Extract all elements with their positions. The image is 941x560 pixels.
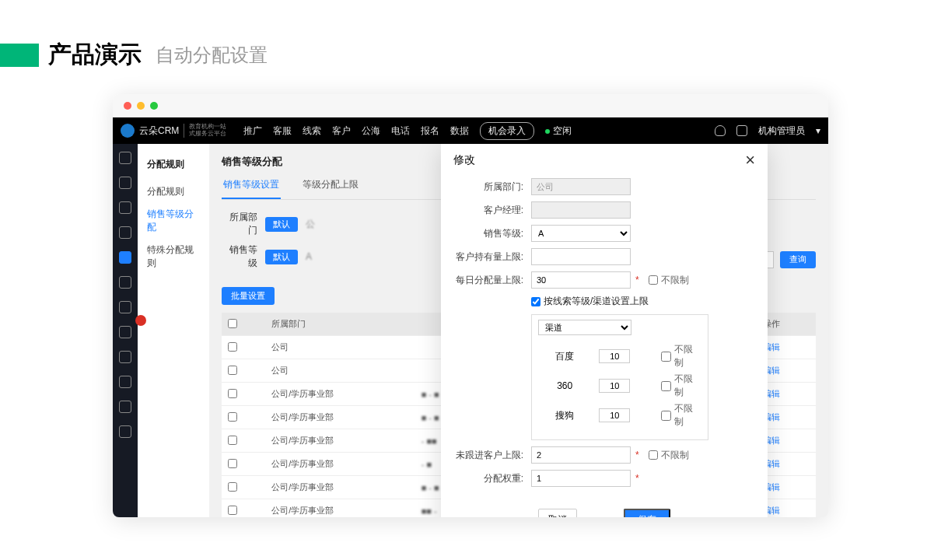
nav-customer[interactable]: 客户 — [332, 124, 351, 138]
channel-name: 搜狗 — [538, 409, 591, 422]
rail-icon-5[interactable] — [119, 251, 131, 264]
input-daily-limit[interactable] — [531, 271, 631, 289]
save-button[interactable]: 保存 — [624, 509, 670, 517]
modal-title: 修改 — [453, 153, 475, 167]
browser-titlebar — [113, 94, 828, 117]
close-icon[interactable]: × — [745, 152, 755, 169]
close-dot[interactable] — [124, 102, 131, 110]
chevron-down-icon[interactable]: ▾ — [816, 125, 820, 136]
input-pending-limit[interactable] — [531, 446, 631, 464]
pending-unlimited-checkbox[interactable] — [649, 450, 658, 460]
row-checkbox[interactable] — [228, 436, 237, 445]
sidebar-item-special[interactable]: 特殊分配规则 — [138, 239, 209, 275]
nav-promote[interactable]: 推广 — [243, 124, 262, 138]
row-checkbox[interactable] — [228, 459, 237, 468]
input-dept — [531, 178, 631, 195]
row-dept: 公司/学历事业部 — [265, 476, 415, 499]
search-button[interactable]: 查询 — [780, 251, 816, 268]
rail-icon-11[interactable] — [119, 401, 131, 413]
row-checkbox[interactable] — [228, 412, 237, 422]
input-weight[interactable] — [531, 470, 631, 487]
subset-checkbox[interactable] — [531, 297, 540, 306]
row-dept: 公司 — [265, 359, 415, 383]
row-checkbox[interactable] — [228, 342, 237, 352]
rail-icon-4[interactable] — [119, 226, 131, 239]
rail-icon-10[interactable] — [119, 376, 131, 388]
col-dept: 所属部门 — [265, 313, 415, 336]
channel-unlimited-checkbox[interactable] — [661, 411, 671, 421]
red-badge-icon — [135, 315, 146, 326]
channel-unlimited-checkbox[interactable] — [661, 381, 671, 391]
rail-icon-9[interactable] — [119, 351, 131, 363]
rail-icon-12[interactable] — [119, 425, 131, 438]
input-manager — [531, 201, 631, 219]
channel-row: 搜狗 不限制 — [538, 402, 701, 429]
row-checkbox[interactable] — [228, 366, 237, 375]
accent-block — [0, 44, 39, 67]
exit-icon[interactable] — [736, 125, 747, 136]
nav-leads[interactable]: 线索 — [303, 124, 321, 138]
rail-icon-3[interactable] — [119, 201, 131, 214]
row-checkbox[interactable] — [228, 389, 237, 398]
input-hold-limit[interactable] — [531, 248, 631, 265]
page-title: 产品演示 — [48, 39, 142, 71]
edit-modal: 修改 × 所属部门: 客户经理: 销售等级: A — [441, 144, 768, 517]
nav-service[interactable]: 客服 — [273, 124, 292, 138]
batch-set-button[interactable]: 批量设置 — [222, 287, 275, 305]
label-hold-limit: 客户持有量上限: — [453, 250, 531, 264]
daily-unlimited-checkbox[interactable] — [649, 275, 658, 285]
rail-icon-8[interactable] — [119, 326, 131, 338]
sidebar-item-level-alloc[interactable]: 销售等级分配 — [138, 203, 209, 239]
rail-icon-1[interactable] — [119, 152, 131, 164]
row-checkbox[interactable] — [228, 506, 237, 515]
label-dept: 所属部门: — [453, 180, 531, 194]
channel-unlimited-checkbox[interactable] — [661, 352, 671, 362]
tab-level-settings[interactable]: 销售等级设置 — [222, 178, 281, 199]
nav-data[interactable]: 数据 — [450, 124, 469, 138]
sidebar: 分配规则 分配规则 销售等级分配 特殊分配规则 — [138, 144, 209, 517]
brand-sub: 教育机构一站式服务云平台 — [184, 124, 226, 138]
label-daily-limit: 每日分配量上限: — [453, 274, 531, 287]
row-dept: 公司/学历事业部 — [265, 383, 415, 406]
opportunity-entry-button[interactable]: 机会录入 — [480, 122, 534, 140]
user-role[interactable]: 机构管理员 — [758, 124, 805, 138]
bell-icon[interactable] — [715, 125, 726, 136]
rail-icon-6[interactable] — [119, 276, 131, 289]
top-nav: 云朵CRM 教育机构一站式服务云平台 推广 客服 线索 客户 公海 电话 报名 … — [113, 117, 828, 144]
nav-signup[interactable]: 报名 — [421, 124, 439, 138]
channel-row: 百度 不限制 — [538, 343, 701, 369]
side-rail — [113, 144, 138, 517]
row-checkbox[interactable] — [228, 482, 237, 492]
sidebar-title: 分配规则 — [138, 153, 209, 180]
nav-pool[interactable]: 公海 — [362, 124, 380, 138]
brand-logo-icon — [121, 124, 135, 138]
rail-icon-2[interactable] — [119, 177, 131, 189]
channel-limit-box: 渠道 百度 不限制360 不限制搜狗 不限制 — [531, 314, 708, 440]
sidebar-item-rules[interactable]: 分配规则 — [138, 180, 209, 203]
maximize-dot[interactable] — [150, 102, 158, 110]
label-pending-limit: 未跟进客户上限: — [453, 449, 531, 462]
label-level: 销售等级: — [453, 227, 531, 240]
page-header: 产品演示 自动分配设置 — [0, 0, 941, 94]
content-area: 销售等级分配 销售等级设置 等级分配上限 所属部门 默认 公 销售等级 默认 A — [209, 144, 828, 517]
cancel-button[interactable]: 取消 — [538, 509, 577, 517]
row-dept: 公司/学历事业部 — [265, 453, 415, 476]
label-manager: 客户经理: — [453, 204, 531, 217]
channel-select[interactable]: 渠道 — [538, 320, 631, 335]
tab-level-limit[interactable]: 等级分配上限 — [301, 178, 360, 199]
channel-name: 百度 — [538, 350, 591, 363]
filter-level-label: 销售等级 — [222, 243, 257, 270]
channel-value-input[interactable] — [599, 349, 630, 363]
minimize-dot[interactable] — [137, 102, 145, 110]
channel-value-input[interactable] — [599, 408, 630, 422]
select-level[interactable]: A — [531, 225, 631, 242]
nav-phone[interactable]: 电话 — [391, 124, 410, 138]
rail-icon-7[interactable] — [119, 301, 131, 313]
filter-level-default[interactable]: 默认 — [265, 250, 298, 264]
select-all-checkbox[interactable] — [228, 319, 237, 328]
required-star: * — [635, 275, 639, 285]
label-weight: 分配权重: — [453, 472, 531, 485]
row-dept: 公司/学历事业部 — [265, 406, 415, 429]
channel-value-input[interactable] — [599, 379, 630, 393]
filter-dept-default[interactable]: 默认 — [265, 217, 298, 232]
